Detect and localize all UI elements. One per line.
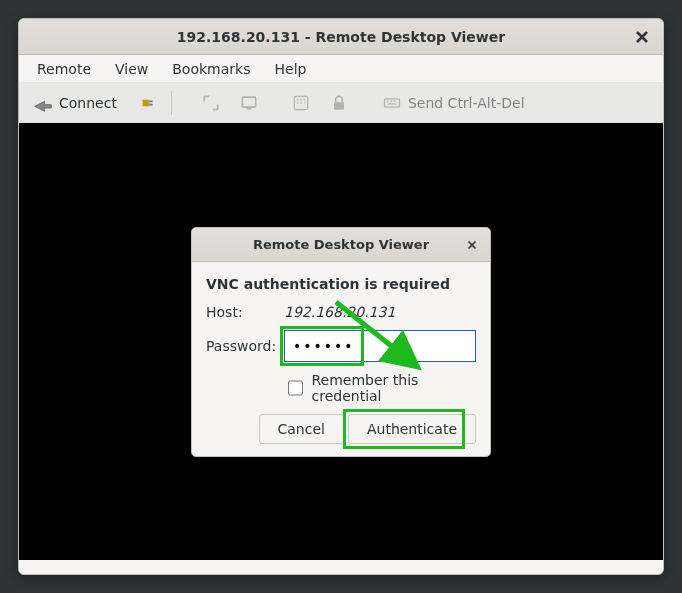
svg-point-7	[297, 102, 299, 104]
connect-button[interactable]: Connect	[25, 88, 125, 118]
menu-remote[interactable]: Remote	[25, 58, 103, 80]
fullscreen-icon	[201, 93, 221, 113]
send-cad-label: Send Ctrl-Alt-Del	[408, 95, 525, 111]
dialog-buttons: Cancel Authenticate	[206, 414, 476, 444]
svg-point-9	[303, 102, 305, 104]
dialog-heading: VNC authentication is required	[206, 276, 476, 292]
svg-rect-2	[246, 108, 251, 110]
remember-checkbox[interactable]	[288, 380, 303, 396]
host-label: Host:	[206, 304, 284, 320]
svg-point-4	[297, 98, 299, 100]
remote-viewer-area: Remote Desktop Viewer VNC authentication…	[19, 123, 663, 560]
window-footer	[19, 560, 663, 574]
view-only-button[interactable]	[284, 88, 318, 118]
keyboard-icon	[382, 93, 402, 113]
svg-rect-10	[334, 102, 344, 110]
svg-point-8	[300, 102, 302, 104]
svg-rect-1	[242, 97, 255, 107]
password-input[interactable]	[284, 330, 476, 362]
titlebar: 192.168.20.131 - Remote Desktop Viewer	[19, 19, 663, 55]
window-title: 192.168.20.131 - Remote Desktop Viewer	[177, 29, 505, 45]
connect-label: Connect	[59, 95, 117, 111]
keypad-icon	[291, 93, 311, 113]
password-label: Password:	[206, 338, 284, 354]
disconnect-button[interactable]	[129, 88, 163, 118]
remember-row[interactable]: Remember this credential	[284, 372, 476, 404]
window-close-button[interactable]	[629, 24, 655, 50]
auth-dialog: Remote Desktop Viewer VNC authentication…	[191, 227, 491, 457]
svg-rect-0	[143, 99, 150, 106]
connect-icon	[33, 93, 53, 113]
close-icon	[632, 27, 652, 47]
svg-point-6	[303, 98, 305, 100]
scaling-button[interactable]	[322, 88, 356, 118]
cancel-button[interactable]: Cancel	[259, 414, 344, 444]
host-value: 192.168.20.131	[284, 304, 395, 320]
dialog-titlebar: Remote Desktop Viewer	[192, 228, 490, 262]
screenshot-button[interactable]	[232, 88, 266, 118]
menu-help[interactable]: Help	[262, 58, 318, 80]
menubar: Remote View Bookmarks Help	[19, 55, 663, 83]
main-window: 192.168.20.131 - Remote Desktop Viewer R…	[18, 18, 664, 575]
close-icon	[465, 238, 479, 252]
svg-point-5	[300, 98, 302, 100]
dialog-body: VNC authentication is required Host: 192…	[192, 262, 490, 456]
plug-icon	[136, 93, 156, 113]
menu-view[interactable]: View	[103, 58, 160, 80]
screenshot-icon	[239, 93, 259, 113]
dialog-title: Remote Desktop Viewer	[253, 237, 429, 252]
authenticate-button[interactable]: Authenticate	[348, 414, 476, 444]
toolbar: Connect Send Ctrl-Alt-Del	[19, 83, 663, 123]
fullscreen-button[interactable]	[194, 88, 228, 118]
send-ctrl-alt-del-button[interactable]: Send Ctrl-Alt-Del	[374, 88, 533, 118]
menu-bookmarks[interactable]: Bookmarks	[160, 58, 262, 80]
svg-rect-11	[384, 98, 399, 106]
lock-icon	[329, 93, 349, 113]
dialog-close-button[interactable]	[460, 233, 484, 257]
host-row: Host: 192.168.20.131	[206, 304, 476, 320]
separator	[171, 91, 172, 115]
remember-label: Remember this credential	[312, 372, 476, 404]
password-row: Password:	[206, 330, 476, 362]
